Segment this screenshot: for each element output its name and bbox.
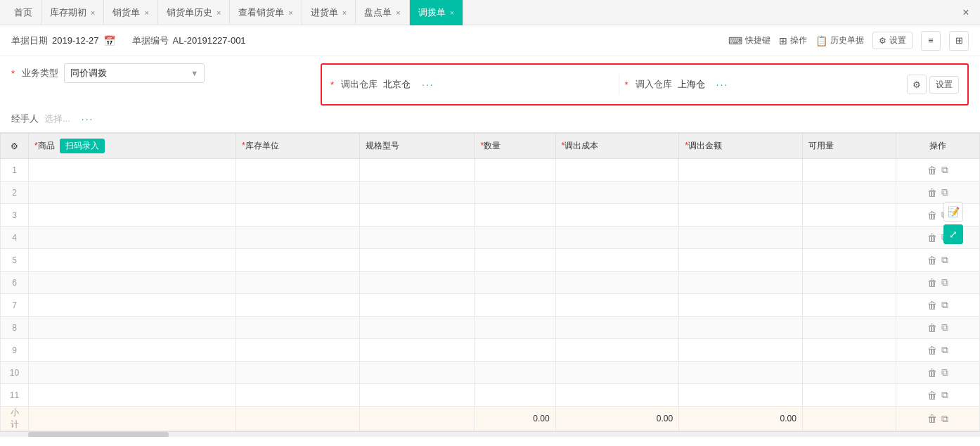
row-cost-5[interactable] [555, 249, 679, 272]
row-amount-7[interactable] [679, 294, 803, 317]
calendar-icon[interactable]: 📅 [103, 35, 115, 46]
note-button[interactable]: 📝 [943, 202, 963, 222]
col-gear-header[interactable]: ⚙ [1, 134, 29, 159]
tab-home[interactable]: 首页 [6, 0, 41, 25]
delete-icon-8[interactable]: 🗑 [927, 322, 937, 333]
tab-view-sales[interactable]: 查看销货单 × [230, 0, 302, 25]
row-product-9[interactable] [29, 339, 236, 362]
warehouse-out-more-button[interactable]: ··· [416, 79, 440, 90]
row-qty-5[interactable] [475, 249, 555, 272]
row-product-5[interactable] [29, 249, 236, 272]
settings-button[interactable]: ⚙ 设置 [872, 32, 913, 49]
copy-icon-9[interactable]: ⧉ [941, 344, 948, 356]
tab-sales-order[interactable]: 销货单 × [104, 0, 157, 25]
scan-button[interactable]: 扫码录入 [60, 139, 105, 153]
copy-icon-5[interactable]: ⧉ [941, 254, 948, 266]
tab-close-transfer[interactable]: × [450, 8, 454, 17]
tab-purchase[interactable]: 进货单 × [302, 0, 356, 25]
row-product-4[interactable] [29, 227, 236, 249]
grid-button[interactable]: ⊞ [949, 31, 969, 51]
copy-icon-2[interactable]: ⧉ [941, 186, 948, 198]
copy-icon-6[interactable]: ⧉ [941, 276, 948, 288]
delete-icon-5[interactable]: 🗑 [927, 255, 937, 266]
row-qty-1[interactable] [475, 159, 555, 181]
row-amount-8[interactable] [679, 317, 803, 339]
delete-icon-2[interactable]: 🗑 [927, 187, 937, 198]
row-qty-11[interactable] [475, 384, 555, 407]
row-amount-4[interactable] [679, 227, 803, 249]
row-cost-6[interactable] [555, 272, 679, 294]
row-product-3[interactable] [29, 204, 236, 227]
warehouse-gear-button[interactable]: ⚙ [907, 75, 927, 94]
row-amount-10[interactable] [679, 362, 803, 384]
copy-icon-7[interactable]: ⧉ [941, 299, 948, 311]
row-amount-11[interactable] [679, 384, 803, 407]
layout-button[interactable]: ≡ [921, 31, 941, 51]
row-amount-3[interactable] [679, 204, 803, 227]
warehouse-in-more-button[interactable]: ··· [711, 79, 735, 90]
delete-icon-1[interactable]: 🗑 [927, 165, 937, 176]
row-product-11[interactable] [29, 384, 236, 407]
window-close-button[interactable]: × [958, 4, 974, 21]
delete-icon-10[interactable]: 🗑 [927, 367, 937, 378]
row-product-1[interactable] [29, 159, 236, 181]
row-product-10[interactable] [29, 362, 236, 384]
row-amount-5[interactable] [679, 249, 803, 272]
business-type-select[interactable]: 同价调拨 ▼ [64, 63, 205, 83]
tab-inventory-init[interactable]: 库存期初 × [41, 0, 104, 25]
tab-transfer[interactable]: 调拨单 × [410, 0, 463, 25]
copy-icon-11[interactable]: ⧉ [941, 389, 948, 401]
copy-icon-8[interactable]: ⧉ [941, 321, 948, 333]
subtotal-delete-icon[interactable]: 🗑 [927, 413, 937, 424]
operation-button[interactable]: ⊞ 操作 [779, 34, 807, 46]
row-qty-3[interactable] [475, 204, 555, 227]
copy-icon-10[interactable]: ⧉ [941, 367, 948, 378]
row-qty-6[interactable] [475, 272, 555, 294]
subtotal-copy-icon[interactable]: ⧉ [941, 413, 948, 425]
row-product-6[interactable] [29, 272, 236, 294]
tab-close-view-sales[interactable]: × [288, 8, 292, 17]
row-cost-7[interactable] [555, 294, 679, 317]
tab-close-inventory[interactable]: × [91, 8, 95, 17]
tab-close-stock[interactable]: × [396, 8, 400, 17]
row-amount-1[interactable] [679, 159, 803, 181]
row-qty-2[interactable] [475, 181, 555, 204]
tab-close-sales[interactable]: × [144, 8, 148, 17]
handler-more-button[interactable]: ··· [76, 113, 100, 125]
row-cost-11[interactable] [555, 384, 679, 407]
delete-icon-7[interactable]: 🗑 [927, 300, 937, 311]
expand-button[interactable]: ⤢ [943, 224, 963, 244]
delete-icon-6[interactable]: 🗑 [927, 277, 937, 288]
row-qty-9[interactable] [475, 339, 555, 362]
tab-close-sales-history[interactable]: × [217, 8, 221, 17]
copy-icon-1[interactable]: ⧉ [941, 164, 948, 176]
delete-icon-3[interactable]: 🗑 [927, 210, 937, 221]
shortcut-button[interactable]: ⌨ 快捷键 [728, 34, 771, 46]
row-amount-2[interactable] [679, 181, 803, 204]
tab-close-purchase[interactable]: × [342, 8, 347, 17]
history-button[interactable]: 📋 历史单据 [815, 34, 864, 46]
row-cost-3[interactable] [555, 204, 679, 227]
delete-icon-9[interactable]: 🗑 [927, 345, 937, 356]
row-amount-6[interactable] [679, 272, 803, 294]
warehouse-set-button[interactable]: 设置 [929, 76, 959, 94]
row-cost-10[interactable] [555, 362, 679, 384]
row-cost-1[interactable] [555, 159, 679, 181]
scrollbar[interactable] [0, 431, 980, 437]
row-cost-9[interactable] [555, 339, 679, 362]
handler-select[interactable]: 选择... [44, 113, 70, 125]
row-cost-8[interactable] [555, 317, 679, 339]
tab-stock-check[interactable]: 盘点单 × [356, 0, 409, 25]
row-qty-10[interactable] [475, 362, 555, 384]
row-product-7[interactable] [29, 294, 236, 317]
row-cost-2[interactable] [555, 181, 679, 204]
row-amount-9[interactable] [679, 339, 803, 362]
delete-icon-4[interactable]: 🗑 [927, 232, 937, 243]
tab-sales-history[interactable]: 销货单历史 × [158, 0, 230, 25]
row-product-2[interactable] [29, 181, 236, 204]
row-product-8[interactable] [29, 317, 236, 339]
row-qty-8[interactable] [475, 317, 555, 339]
row-cost-4[interactable] [555, 227, 679, 249]
row-qty-7[interactable] [475, 294, 555, 317]
row-qty-4[interactable] [475, 227, 555, 249]
